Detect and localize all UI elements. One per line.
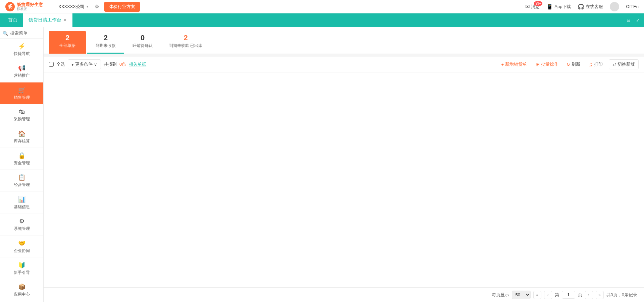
finance-icon: 🔒 bbox=[18, 152, 25, 159]
logo-icon: 畅 bbox=[5, 2, 15, 11]
stat-count-shipped: 2 bbox=[184, 34, 188, 42]
add-icon: + bbox=[501, 62, 504, 67]
tab-home-label: 首页 bbox=[8, 17, 17, 23]
nav-tabs-bar: 首页 钱货日清工作台 ✕ ⊟ ⤢ bbox=[0, 13, 644, 27]
sidebar-item-sales[interactable]: 🛒 销售管理 bbox=[0, 82, 43, 104]
app-download-item[interactable]: 📱 App下载 bbox=[546, 3, 571, 10]
sidebar-search[interactable]: 🔍 搜索菜单 bbox=[0, 27, 43, 39]
sidebar: 🔍 搜索菜单 ⚡ 快捷导航 📢 营销推广 🛒 销售管理 🛍 采购管理 🏠 库存核… bbox=[0, 27, 44, 302]
sidebar-label-operations: 经营管理 bbox=[14, 182, 30, 187]
app-download-icon: 📱 bbox=[546, 3, 553, 10]
sidebar-item-inventory[interactable]: 🏠 库存核算 bbox=[0, 126, 43, 148]
online-service-label: 在线客服 bbox=[586, 4, 603, 10]
stat-label-all: 全部单据 bbox=[59, 43, 75, 49]
sidebar-item-basic[interactable]: 📊 基础信息 bbox=[0, 192, 43, 214]
stat-count-overdue: 2 bbox=[104, 34, 108, 42]
sidebar-label-purchase: 采购管理 bbox=[14, 117, 30, 121]
tab-work[interactable]: 钱货日清工作台 ✕ bbox=[23, 13, 72, 27]
system-icon: ⚙ bbox=[19, 218, 24, 225]
avatar[interactable] bbox=[610, 2, 619, 11]
switch-new-version-button[interactable]: ⇄ 切换新版 bbox=[609, 59, 639, 69]
per-page-select[interactable]: 50 10 20 100 bbox=[512, 291, 531, 299]
inventory-icon: 🏠 bbox=[18, 130, 25, 137]
page-unit: 页 bbox=[578, 292, 582, 298]
filter-button[interactable]: ▾ 更多条件 ∨ bbox=[68, 59, 101, 69]
last-page-button[interactable]: » bbox=[596, 291, 604, 299]
company-name: XXXXXX公司 bbox=[58, 4, 85, 10]
sales-icon: 🛒 bbox=[18, 86, 25, 94]
marketing-icon: 📢 bbox=[18, 64, 25, 72]
stat-tab-shipped[interactable]: 2 到期未收款 已出库 bbox=[161, 31, 210, 54]
next-page-button[interactable]: › bbox=[585, 291, 593, 299]
tab-expand-icon[interactable]: ⤢ bbox=[635, 16, 641, 24]
stat-tab-pending[interactable]: 0 旺铺待确认 bbox=[124, 31, 161, 54]
sidebar-label-quick-nav: 快捷导航 bbox=[14, 51, 30, 56]
sidebar-item-apps[interactable]: 📦 应用中心 bbox=[0, 279, 43, 301]
sidebar-label-sales: 销售管理 bbox=[14, 95, 30, 100]
select-all-label: 全选 bbox=[56, 61, 65, 67]
select-all-checkbox[interactable] bbox=[49, 62, 54, 67]
message-icon: ✉ bbox=[525, 3, 530, 10]
sidebar-item-quick-nav[interactable]: ⚡ 快捷导航 bbox=[0, 39, 43, 60]
enterprise-icon: 🤝 bbox=[18, 240, 25, 247]
toolbar-right: + 新增销货单 ⊞ 批量操作 ↻ 刷新 🖨 打印 ⇄ 切换新版 bbox=[498, 59, 639, 69]
logo-subtitle: 标准版 bbox=[17, 7, 43, 11]
page-label: 第 bbox=[555, 292, 559, 298]
stat-tab-all[interactable]: 2 全部单据 bbox=[49, 31, 86, 54]
stat-tab-overdue[interactable]: 2 到期未收款 bbox=[87, 31, 124, 54]
sidebar-item-finance[interactable]: 🔒 资金管理 bbox=[0, 148, 43, 170]
company-selector[interactable]: XXXXXX公司 ▾ bbox=[56, 2, 91, 11]
sidebar-label-finance: 资金管理 bbox=[14, 161, 30, 165]
guide-icon: 🔰 bbox=[18, 261, 25, 269]
batch-ops-button[interactable]: ⊞ 批量操作 bbox=[534, 60, 560, 69]
top-header: 畅 畅捷通好生意 标准版 XXXXXX公司 ▾ ⚙ 体验行业方案 ✉ 消息 99… bbox=[0, 0, 644, 13]
main-layout: 🔍 搜索菜单 ⚡ 快捷导航 📢 营销推广 🛒 销售管理 🛍 采购管理 🏠 库存核… bbox=[0, 27, 644, 302]
sidebar-item-operations[interactable]: 📋 经营管理 bbox=[0, 170, 43, 191]
sidebar-label-system: 系统管理 bbox=[14, 226, 30, 231]
header-right: ✉ 消息 99+ 📱 App下载 🎧 在线客服 OfTEn bbox=[525, 2, 639, 11]
print-button[interactable]: 🖨 打印 bbox=[586, 60, 605, 69]
sidebar-label-apps: 应用中心 bbox=[14, 292, 30, 297]
experience-button[interactable]: 体验行业方案 bbox=[104, 2, 140, 12]
switch-icon: ⇄ bbox=[612, 62, 616, 67]
sidebar-item-marketing[interactable]: 📢 营销推广 bbox=[0, 60, 43, 82]
sidebar-label-marketing: 营销推广 bbox=[14, 73, 30, 78]
print-label: 打印 bbox=[594, 61, 603, 67]
settings-button[interactable]: ⚙ bbox=[92, 2, 102, 11]
stat-label-overdue: 到期未收款 bbox=[96, 43, 116, 49]
online-service-item[interactable]: 🎧 在线客服 bbox=[578, 3, 603, 10]
sidebar-item-enterprise[interactable]: 🤝 企业协同 bbox=[0, 236, 43, 257]
sidebar-item-system[interactable]: ⚙ 系统管理 bbox=[0, 214, 43, 235]
found-count: 0条 bbox=[119, 61, 126, 67]
page-number-input[interactable] bbox=[562, 291, 575, 299]
prev-page-button[interactable]: ‹ bbox=[544, 291, 552, 299]
related-docs-link[interactable]: 相关单据 bbox=[129, 61, 146, 67]
refresh-button[interactable]: ↻ 刷新 bbox=[565, 60, 582, 69]
tab-work-label: 钱货日清工作台 bbox=[29, 17, 61, 23]
basic-icon: 📊 bbox=[18, 196, 25, 203]
apps-icon: 📦 bbox=[18, 283, 25, 291]
sidebar-item-guide[interactable]: 🔰 新手引导 bbox=[0, 257, 43, 279]
filter-icon: ▾ bbox=[71, 62, 74, 67]
add-sales-order-button[interactable]: + 新增销货单 bbox=[498, 60, 530, 69]
filter-chevron-icon: ∨ bbox=[94, 62, 97, 67]
switch-label: 切换新版 bbox=[618, 61, 635, 67]
first-page-button[interactable]: « bbox=[533, 291, 541, 299]
sidebar-label-basic: 基础信息 bbox=[14, 204, 30, 209]
logo-text: 畅捷通好生意 标准版 bbox=[17, 2, 43, 11]
tab-close-icon[interactable]: ✕ bbox=[63, 18, 67, 22]
logo-area: 畅 畅捷通好生意 标准版 bbox=[5, 2, 49, 11]
sidebar-label-enterprise: 企业协同 bbox=[14, 248, 30, 253]
operations-icon: 📋 bbox=[18, 174, 25, 181]
stat-count-all: 2 bbox=[65, 34, 69, 42]
sidebar-item-purchase[interactable]: 🛍 采购管理 bbox=[0, 104, 43, 126]
tab-controls: ⊟ ⤢ bbox=[625, 16, 641, 24]
message-badge: 99+ bbox=[534, 1, 542, 6]
logo-title: 畅捷通好生意 bbox=[17, 2, 43, 7]
search-label: 搜索菜单 bbox=[10, 30, 28, 36]
sidebar-label-inventory: 库存核算 bbox=[14, 139, 30, 143]
tab-home[interactable]: 首页 bbox=[3, 13, 23, 27]
message-item[interactable]: ✉ 消息 99+ bbox=[525, 3, 540, 10]
stat-label-shipped: 到期未收款 已出库 bbox=[169, 43, 202, 49]
tab-minimize-icon[interactable]: ⊟ bbox=[625, 16, 632, 24]
